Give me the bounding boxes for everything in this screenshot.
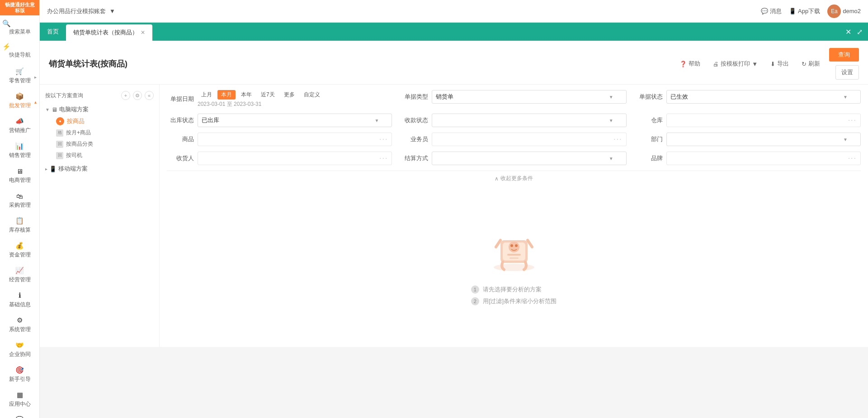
top-header: 办公用品行业模拟账套 ▼ 💬 消息 📱 App下载 Ea demo2 xyxy=(40,0,868,23)
tab-close-window-btn[interactable]: ✕ xyxy=(844,26,853,38)
date-more[interactable]: 更多 xyxy=(280,90,298,100)
sidebar-item-finance[interactable]: 💰 资金管理 xyxy=(0,238,39,262)
department-select[interactable]: ▼ xyxy=(666,133,861,146)
print-label: 按模板打印 xyxy=(721,60,750,68)
quick-nav-item[interactable]: ⚡ 快捷导航 xyxy=(0,39,39,62)
breadcrumb: 办公用品行业模拟账套 ▼ xyxy=(47,7,115,15)
right-panel: 单据日期 上月 本月 本年 近7天 更多 自定义 20 xyxy=(160,85,868,347)
salesperson-label: 业务员 xyxy=(401,135,428,143)
sidebar-item-basic-info[interactable]: ℹ 基础信息 xyxy=(0,287,39,312)
by-category-icon: 回 xyxy=(56,141,63,148)
sidebar-item-wechat[interactable]: 💬 企业微信 xyxy=(0,412,39,418)
pc-group-label: 电脑端方案 xyxy=(59,105,89,114)
mobile-group-label: 移动端方案 xyxy=(58,165,88,173)
svg-point-0 xyxy=(494,264,534,271)
sidebar-item-wholesale[interactable]: 📦 批发管理 ▴ xyxy=(0,88,39,113)
sidebar-item-system[interactable]: ⚙ 系统管理 xyxy=(0,312,39,337)
by-product-label: 按商品 xyxy=(67,117,85,125)
avatar: Ea xyxy=(827,5,841,18)
sidebar-item-ecommerce[interactable]: 🖥 电商管理 xyxy=(0,163,39,188)
collapse-up-icon: ∧ xyxy=(495,176,499,182)
date-this-year[interactable]: 本年 xyxy=(237,90,255,100)
sidebar-item-apps[interactable]: ▦ 应用中心 xyxy=(0,387,39,412)
print-btn[interactable]: 🖨 按模板打印 ▼ xyxy=(709,58,761,70)
username-label: demo2 xyxy=(843,8,861,14)
mobile-scheme-group[interactable]: ▸ 📱 移动端方案 xyxy=(40,163,159,175)
receive-status-select[interactable]: ▼ xyxy=(432,114,626,127)
goods-dots: ··· xyxy=(379,135,388,143)
date-custom[interactable]: 自定义 xyxy=(300,90,324,100)
export-icon: ⬇ xyxy=(770,61,775,67)
query-button[interactable]: 查询 xyxy=(829,48,859,62)
warehouse-control: ··· xyxy=(666,114,861,127)
date-last-month[interactable]: 上月 xyxy=(198,90,216,100)
export-label: 导出 xyxy=(777,60,789,68)
sidebar-item-retail[interactable]: 🛒 零售管理 ▸ xyxy=(0,63,39,88)
sidebar-item-sales[interactable]: 📊 销售管理 xyxy=(0,138,39,163)
scheme-by-driver[interactable]: 回 按司机 xyxy=(40,150,159,161)
wholesale-icon: 📦 xyxy=(15,92,24,101)
content-area: 销货单统计表(按商品) ❓ 帮助 🖨 按模板打印 ▼ ⬇ 导出 xyxy=(40,41,868,418)
refresh-icon: ↻ xyxy=(802,61,807,67)
date-last-7-days[interactable]: 近7天 xyxy=(257,90,278,100)
tab-sales-stats[interactable]: 销货单统计表（按商品） ✕ xyxy=(66,24,152,41)
scheme-by-product[interactable]: ● 按商品 xyxy=(40,115,159,127)
scheme-by-category[interactable]: 回 按商品分类 xyxy=(40,138,159,150)
tab-close-icon[interactable]: ✕ xyxy=(141,29,145,36)
warehouse-input[interactable]: ··· xyxy=(666,114,861,127)
brand-input[interactable]: ··· xyxy=(666,152,861,165)
pc-scheme-group[interactable]: ▼ 🖥 电脑端方案 xyxy=(40,104,159,115)
doc-status-control: 已生效 ▼ xyxy=(666,90,861,104)
quick-nav-label: 快捷导航 xyxy=(9,52,31,58)
doc-type-select[interactable]: 销货单 ▼ xyxy=(432,90,626,104)
add-scheme-btn[interactable]: + xyxy=(121,91,130,100)
user-profile[interactable]: Ea demo2 xyxy=(827,5,861,18)
out-status-control: 已出库 ▼ xyxy=(198,114,392,127)
settlement-select[interactable]: ▼ xyxy=(432,152,626,165)
filter-out-status: 出库状态 已出库 ▼ xyxy=(167,114,392,127)
tab-home[interactable]: 首页 xyxy=(40,23,66,41)
out-status-select[interactable]: 已出库 ▼ xyxy=(198,114,392,127)
date-this-month[interactable]: 本月 xyxy=(217,90,236,100)
breadcrumb-dropdown-icon[interactable]: ▼ xyxy=(109,8,115,14)
tab-expand-btn[interactable]: ⤢ xyxy=(855,26,864,38)
filter-goods: 商品 ··· xyxy=(167,133,392,146)
collapse-panel-btn[interactable]: « xyxy=(145,91,154,100)
tip-text-2: 用[过滤]条件来缩小分析范围 xyxy=(483,297,557,305)
scheme-by-month-product[interactable]: 格 按月+商品 xyxy=(40,127,159,138)
doc-status-label: 单据状态 xyxy=(636,93,663,101)
department-control: ▼ xyxy=(666,133,861,146)
settings-button[interactable]: 设置 xyxy=(835,65,859,80)
doc-status-select[interactable]: 已生效 ▼ xyxy=(666,90,861,104)
operations-icon: 📈 xyxy=(15,266,24,275)
collapse-filter-bar[interactable]: ∧ 收起更多条件 xyxy=(167,171,861,186)
sidebar-item-guide[interactable]: 🎯 新手引导 xyxy=(0,362,39,387)
refresh-btn[interactable]: ↻ 刷新 xyxy=(798,58,824,70)
scheme-settings-btn[interactable]: ⚙ xyxy=(133,91,142,100)
guide-icon: 🎯 xyxy=(15,366,24,375)
guide-label: 新手引导 xyxy=(9,375,31,383)
sidebar-item-marketing[interactable]: 📣 营销推广 xyxy=(0,113,39,138)
goods-control: ··· xyxy=(198,133,392,146)
sidebar-item-operations[interactable]: 📈 经营管理 xyxy=(0,262,39,287)
filter-row-4: 收货人 ··· 结算方式 xyxy=(167,152,861,165)
department-caret: ▼ xyxy=(843,137,848,142)
settlement-caret: ▼ xyxy=(609,156,613,161)
system-label: 系统管理 xyxy=(9,326,31,333)
receiver-label: 收货人 xyxy=(167,154,194,162)
ecommerce-icon: 🖥 xyxy=(15,166,24,176)
message-btn[interactable]: 💬 消息 xyxy=(761,7,782,15)
app-download-btn[interactable]: 📱 App下载 xyxy=(789,7,820,15)
filter-settlement: 结算方式 ▼ xyxy=(401,152,626,165)
sidebar-item-purchase[interactable]: 🛍 采购管理 xyxy=(0,188,39,213)
goods-input[interactable]: ··· xyxy=(198,133,392,146)
receiver-input[interactable]: ··· xyxy=(198,152,392,165)
marketing-label: 营销推广 xyxy=(9,127,31,134)
help-btn[interactable]: ❓ 帮助 xyxy=(676,58,704,70)
sidebar-search-item[interactable]: 🔍 搜索菜单 xyxy=(0,15,39,39)
empty-tip-2: 2 用[过滤]条件来缩小分析范围 xyxy=(471,297,557,305)
salesperson-input[interactable]: ··· xyxy=(432,133,626,146)
sidebar-item-inventory[interactable]: 📋 库存核算 xyxy=(0,213,39,238)
sidebar-item-enterprise[interactable]: 🤝 企业协同 xyxy=(0,337,39,362)
export-btn[interactable]: ⬇ 导出 xyxy=(767,58,793,70)
